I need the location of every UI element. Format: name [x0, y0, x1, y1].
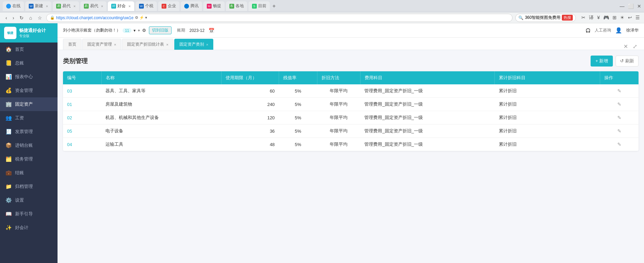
sun-icon[interactable]: ☀ — [620, 15, 624, 21]
browser-tab-9[interactable]: 各 各地 — [226, 1, 247, 11]
back-button[interactable]: ‹ — [4, 14, 9, 21]
sidebar-item-payroll[interactable]: 👥 工资 — [0, 111, 58, 125]
calendar-icon[interactable]: 📅 — [209, 28, 214, 33]
edit-button-4[interactable]: ✎ — [617, 142, 621, 147]
sidebar-item-invoice[interactable]: 🧾 发票管理 — [0, 125, 58, 139]
window-maximize-button[interactable]: ⬜ — [628, 3, 634, 9]
col-header-method: 折旧方法 — [317, 71, 360, 84]
switch-old-version-button[interactable]: 切到旧版 — [149, 26, 172, 34]
account-gear-icon[interactable]: ⚙ — [142, 28, 146, 33]
url-input[interactable]: 🔒 https://cloud.chanjet.com/accounting/u… — [46, 14, 513, 22]
page-tab-category[interactable]: 固定资产类别 × — [174, 39, 213, 50]
code-link-4[interactable]: 04 — [67, 142, 72, 147]
refresh-button[interactable]: ↺ 刷新 — [616, 56, 639, 67]
menu-icon[interactable]: ☰ — [635, 15, 640, 21]
add-button[interactable]: + 新增 — [591, 56, 613, 67]
sidebar-item-label-payroll: 工资 — [15, 115, 24, 121]
browser-tab-3[interactable]: 易 易代 × — [80, 1, 106, 11]
tab-close-4[interactable]: × — [128, 4, 130, 8]
sidebar-item-inventory[interactable]: 📦 进销台账 — [0, 139, 58, 152]
browser-toolbar-icons: ✂ 译 ¥ 🎮 ⊞ ☀ ↩ ☰ — [581, 15, 640, 21]
browser-tab-4[interactable]: 好 好会 × — [108, 1, 134, 11]
browser-tab-2[interactable]: 易 易代 × — [53, 1, 79, 11]
page-tab-asset-mgmt-close[interactable]: × — [114, 43, 116, 47]
sidebar-item-label-settings: 设置 — [15, 197, 24, 203]
page-tab-depreciation[interactable]: 固定资产折旧统计表 × — [122, 39, 173, 50]
browser-tab-0[interactable]: 在线 — [3, 1, 24, 11]
browser-tab-5[interactable]: W 个税 — [136, 1, 157, 11]
tab-close-2[interactable]: × — [73, 4, 75, 8]
account-dropdown-icon[interactable]: ▾ — [134, 28, 136, 33]
home-button[interactable]: ⌂ — [28, 14, 33, 21]
reload-button[interactable]: ↻ — [18, 14, 25, 21]
support-label[interactable]: 人工咨询 — [595, 27, 611, 33]
sidebar-item-reports[interactable]: 📊 报表中心 — [0, 70, 58, 84]
new-tab-button[interactable]: + — [271, 3, 277, 9]
tab-area-maximize-button[interactable]: ⤢ — [631, 43, 639, 50]
tab-favicon-9: 各 — [229, 4, 234, 9]
cut-icon[interactable]: ✂ — [581, 15, 585, 21]
account-add-icon[interactable]: + — [138, 28, 140, 33]
tab-label-9: 各地 — [236, 3, 244, 9]
sidebar-item-home[interactable]: 🏠 首页 — [0, 43, 58, 56]
edit-button-2[interactable]: ✎ — [617, 115, 621, 120]
browser-tab-10[interactable]: S 目前 — [249, 1, 270, 11]
tab-area-close-button[interactable]: ✕ — [621, 43, 631, 50]
browser-tab-8[interactable]: M 畅提 — [203, 1, 225, 11]
sidebar-item-guide[interactable]: 📖 新手引导 — [0, 207, 58, 221]
browser-tab-7[interactable]: 腾讯 — [181, 1, 202, 11]
page-tab-asset-mgmt[interactable]: 固定资产管理 × — [82, 39, 121, 50]
search-text: 360智能抠图免费用 — [525, 15, 560, 21]
cell-period-4: 48 — [221, 138, 279, 151]
sidebar-item-label-tax: 税务管理 — [15, 156, 33, 162]
edit-button-1[interactable]: ✎ — [617, 101, 621, 107]
code-link-1[interactable]: 01 — [67, 102, 72, 107]
currency-icon[interactable]: ¥ — [597, 15, 600, 21]
ledger-icon: 📒 — [5, 60, 12, 66]
bookmark-button[interactable]: ☆ — [36, 14, 43, 21]
game-icon[interactable]: 🎮 — [603, 15, 609, 21]
cell-residual-4: 5% — [279, 138, 317, 151]
sidebar-item-fixed-assets[interactable]: 🏢 固定资产 — [0, 97, 58, 111]
page-tabs: 首页 固定资产管理 × 固定资产折旧统计表 × 固定资产类别 × ✕ ⤢ — [58, 38, 644, 50]
sidebar-item-archive[interactable]: 📁 归档管理 — [0, 180, 58, 193]
sidebar-item-settings[interactable]: ⚙️ 设置 — [0, 193, 58, 207]
cell-name-1: 房屋及建筑物 — [101, 98, 221, 111]
sidebar-item-tax[interactable]: 🗂️ 税务管理 — [0, 152, 58, 166]
sidebar-item-label-extra: 好会计 — [15, 225, 28, 231]
tab-close-1[interactable]: × — [46, 4, 48, 8]
content-area: 类别管理 + 新增 ↺ 刷新 编号 名称 使用期限（月） 残值率 折旧方法 费用… — [58, 50, 644, 263]
code-link-3[interactable]: 05 — [67, 129, 72, 134]
browser-tab-1[interactable]: W 新建 × — [25, 1, 51, 11]
sidebar-item-extra[interactable]: ✨ 好会计 — [0, 221, 58, 235]
browser-tab-6[interactable]: C 企业 — [158, 1, 179, 11]
sidebar-item-ledger[interactable]: 📒 总账 — [0, 56, 58, 70]
tab-favicon-2: 易 — [56, 4, 61, 9]
page-tab-home[interactable]: 首页 — [63, 39, 81, 50]
search-bar[interactable]: 🔍 360智能抠图免费用 热搜 — [515, 14, 576, 22]
edit-button-3[interactable]: ✎ — [617, 128, 621, 134]
cell-expense-1: 管理费用_固定资产折旧_一级 — [360, 98, 494, 111]
sidebar-item-closing[interactable]: 💼 结账 — [0, 166, 58, 180]
window-close-button[interactable]: ✕ — [637, 3, 641, 9]
page-tab-category-close[interactable]: × — [206, 43, 208, 47]
tab-label-7: 腾讯 — [190, 3, 199, 9]
grid-icon[interactable]: ⊞ — [613, 15, 617, 21]
tab-favicon-1: W — [29, 4, 34, 9]
code-link-0[interactable]: 03 — [67, 88, 72, 94]
sidebar-item-funds[interactable]: 💰 资金管理 — [0, 84, 58, 97]
category-table: 编号 名称 使用期限（月） 残值率 折旧方法 费用科目 累计折旧科目 操作 03… — [63, 71, 639, 151]
window-minimize-button[interactable]: — — [620, 3, 624, 9]
url-extra-icons: ⚙ ⚡ ▾ — [135, 15, 147, 20]
edit-button-0[interactable]: ✎ — [617, 88, 621, 94]
undo-icon[interactable]: ↩ — [628, 15, 632, 21]
forward-button[interactable]: › — [11, 14, 16, 21]
cell-accum-2: 累计折旧 — [495, 111, 600, 124]
tab-label-5: 个税 — [145, 3, 153, 9]
tab-close-3[interactable]: × — [101, 4, 103, 8]
translate-icon[interactable]: 译 — [589, 15, 594, 21]
col-header-action: 操作 — [600, 71, 639, 84]
logo-text: 畅捷通好会计 专业版 — [19, 28, 46, 38]
code-link-2[interactable]: 02 — [67, 115, 72, 120]
page-tab-depreciation-close[interactable]: × — [166, 43, 168, 47]
